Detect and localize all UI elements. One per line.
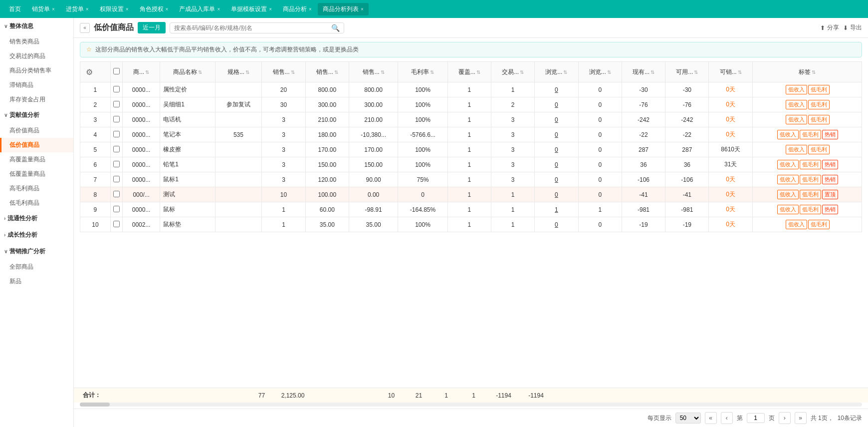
collapse-sidebar-button[interactable]: « bbox=[80, 23, 90, 33]
nav-close-permission[interactable]: × bbox=[126, 6, 129, 12]
first-page-button[interactable]: « bbox=[705, 412, 717, 424]
col-gear[interactable]: ⚙ bbox=[80, 62, 111, 82]
page-number-input[interactable] bbox=[747, 413, 765, 423]
sidebar-item-high-coverage[interactable]: 高覆盖量商品 bbox=[0, 152, 73, 167]
nav-template[interactable]: 单据模板设置 × bbox=[226, 3, 277, 15]
row-view1[interactable]: 0 bbox=[535, 217, 578, 232]
col-sale-qty[interactable]: 销售...⇅ bbox=[262, 62, 305, 82]
row-checkbox[interactable] bbox=[113, 116, 120, 122]
col-current[interactable]: 现有...⇅ bbox=[622, 62, 665, 82]
row-checkbox[interactable] bbox=[113, 206, 120, 212]
row-checkbox[interactable] bbox=[113, 191, 120, 197]
col-name[interactable]: 商品名称⇅ bbox=[160, 62, 215, 82]
col-coverage[interactable]: 覆盖...⇅ bbox=[447, 62, 491, 82]
row-checkbox[interactable] bbox=[113, 221, 120, 227]
col-view2[interactable]: 浏览...⇅ bbox=[578, 62, 622, 82]
filter-recent-month-button[interactable]: 近一月 bbox=[138, 22, 166, 33]
row-checkbox[interactable] bbox=[113, 176, 120, 182]
next-page-button[interactable]: › bbox=[779, 412, 791, 424]
col-sale-price[interactable]: 销售...⇅ bbox=[305, 62, 349, 82]
table-container[interactable]: ⚙ 商...⇅ 商品名称⇅ 规格...⇅ 销售...⇅ 销售...⇅ 销售...… bbox=[74, 61, 868, 388]
nav-product-entry[interactable]: 产成品入库单 × bbox=[174, 3, 225, 15]
col-sellable[interactable]: 可销...⇅ bbox=[709, 62, 752, 82]
row-checkbox[interactable] bbox=[113, 86, 120, 92]
sidebar-item-low-value[interactable]: 低价值商品 bbox=[0, 138, 73, 152]
nav-close-product[interactable]: × bbox=[217, 6, 220, 12]
sidebar-item-high-value[interactable]: 高价值商品 bbox=[0, 123, 73, 138]
nav-close-sales[interactable]: × bbox=[52, 6, 55, 12]
view1-link[interactable]: 0 bbox=[555, 161, 558, 168]
nav-sales[interactable]: 销货单 × bbox=[27, 3, 60, 15]
row-view1[interactable]: 0 bbox=[535, 82, 578, 97]
col-code[interactable]: 商...⇅ bbox=[122, 62, 160, 82]
row-checkbox[interactable] bbox=[113, 146, 120, 152]
horizontal-scrollbar[interactable] bbox=[80, 403, 862, 407]
nav-role[interactable]: 角色授权 × bbox=[135, 3, 174, 15]
sidebar-item-low-coverage[interactable]: 低覆盖量商品 bbox=[0, 167, 73, 181]
col-spec[interactable]: 规格...⇅ bbox=[215, 62, 262, 82]
search-input[interactable] bbox=[174, 24, 329, 31]
sidebar-item-slow-moving[interactable]: 滞销商品 bbox=[0, 78, 73, 92]
row-view1[interactable]: 0 bbox=[535, 112, 578, 127]
sidebar-item-all-goods[interactable]: 全部商品 bbox=[0, 260, 73, 274]
nav-close-role[interactable]: × bbox=[166, 6, 169, 12]
sidebar-item-sales-goods[interactable]: 销售类商品 bbox=[0, 34, 73, 49]
row-view1[interactable]: 0 bbox=[535, 157, 578, 172]
col-sale-amount[interactable]: 销售...⇅ bbox=[349, 62, 398, 82]
nav-close-template[interactable]: × bbox=[269, 6, 272, 12]
sidebar-group-overall[interactable]: ∨ 整体信息 bbox=[0, 18, 73, 34]
view1-link[interactable]: 0 bbox=[555, 86, 558, 93]
row-view1[interactable]: 1 bbox=[535, 202, 578, 217]
nav-close-purchase[interactable]: × bbox=[86, 6, 89, 12]
sidebar-item-high-margin[interactable]: 高毛利商品 bbox=[0, 181, 73, 196]
row-checkbox[interactable] bbox=[113, 161, 120, 167]
nav-close-goods[interactable]: × bbox=[309, 6, 312, 12]
view1-link[interactable]: 0 bbox=[555, 146, 558, 153]
view1-link[interactable]: 1 bbox=[555, 206, 558, 213]
view1-link[interactable]: 0 bbox=[555, 191, 558, 198]
sidebar-item-new-goods[interactable]: 新品 bbox=[0, 274, 73, 289]
col-margin[interactable]: 毛利率⇅ bbox=[398, 62, 447, 82]
scrollbar-thumb[interactable] bbox=[80, 403, 110, 407]
share-button[interactable]: ⬆ 分享 bbox=[820, 23, 839, 32]
sidebar-group-circulation[interactable]: › 流通性分析 bbox=[0, 210, 73, 227]
view1-link[interactable]: 0 bbox=[555, 116, 558, 123]
last-page-button[interactable]: » bbox=[795, 412, 807, 424]
row-checkbox-cell bbox=[110, 127, 122, 142]
sidebar-item-low-margin[interactable]: 低毛利商品 bbox=[0, 196, 73, 210]
select-all-checkbox[interactable] bbox=[113, 68, 120, 74]
nav-goods-list[interactable]: 商品分析列表 × bbox=[318, 3, 369, 15]
col-deal[interactable]: 交易...⇅ bbox=[491, 62, 535, 82]
col-view1[interactable]: 浏览...⇅ bbox=[535, 62, 578, 82]
sidebar-item-inventory-fund[interactable]: 库存资金占用 bbox=[0, 92, 73, 107]
row-view1[interactable]: 0 bbox=[535, 142, 578, 157]
row-view1[interactable]: 0 bbox=[535, 172, 578, 187]
row-checkbox[interactable] bbox=[113, 101, 120, 107]
view1-link[interactable]: 0 bbox=[555, 176, 558, 183]
nav-home[interactable]: 首页 bbox=[4, 3, 26, 15]
nav-close-goods-list[interactable]: × bbox=[361, 6, 364, 12]
nav-goods-analysis[interactable]: 商品分析 × bbox=[278, 3, 317, 15]
view1-link[interactable]: 0 bbox=[555, 131, 558, 138]
sidebar-group-marketing[interactable]: ∨ 营销推广分析 bbox=[0, 243, 73, 260]
row-view1[interactable]: 0 bbox=[535, 127, 578, 142]
row-view1[interactable]: 0 bbox=[535, 187, 578, 202]
row-view1[interactable]: 0 bbox=[535, 97, 578, 112]
sidebar-item-category-rate[interactable]: 商品分类销售率 bbox=[0, 63, 73, 78]
row-sale-amount: 0.00 bbox=[349, 187, 398, 202]
col-available[interactable]: 可用...⇅ bbox=[665, 62, 709, 82]
nav-permission[interactable]: 权限设置 × bbox=[95, 3, 134, 15]
prev-page-button[interactable]: ‹ bbox=[721, 412, 733, 424]
nav-purchase[interactable]: 进货单 × bbox=[61, 3, 94, 15]
gear-icon[interactable]: ⚙ bbox=[82, 65, 96, 79]
sidebar-item-traded[interactable]: 交易过的商品 bbox=[0, 49, 73, 63]
export-button[interactable]: ⬇ 导出 bbox=[843, 23, 862, 32]
row-checkbox[interactable] bbox=[113, 131, 120, 137]
search-icon[interactable]: 🔍 bbox=[331, 24, 340, 32]
sidebar-group-growth[interactable]: › 成长性分析 bbox=[0, 227, 73, 243]
view1-link[interactable]: 0 bbox=[555, 221, 558, 228]
sidebar-group-contribution[interactable]: ∨ 贡献值分析 bbox=[0, 107, 73, 123]
per-page-select[interactable]: 50 10 20 100 bbox=[675, 413, 701, 424]
view1-link[interactable]: 0 bbox=[555, 101, 558, 108]
col-tags[interactable]: 标签⇅ bbox=[752, 62, 862, 82]
